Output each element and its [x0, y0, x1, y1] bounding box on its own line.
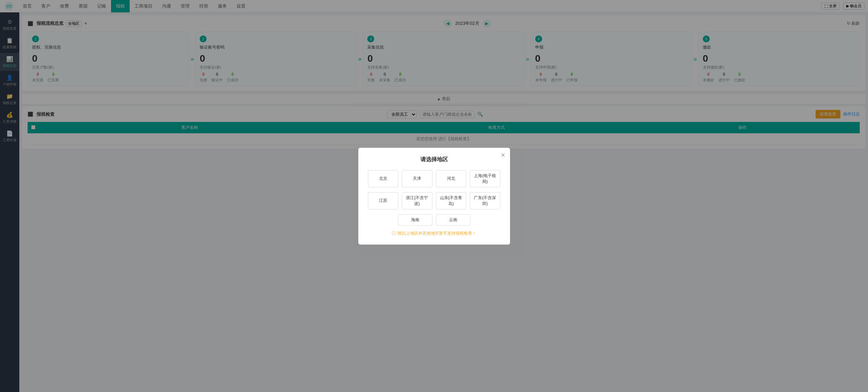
- region-beijing[interactable]: 北京: [368, 170, 399, 187]
- region-guangdong[interactable]: 广东(不含深圳): [470, 192, 500, 209]
- region-hebei[interactable]: 河北: [436, 170, 467, 187]
- region-hainan[interactable]: 海南: [398, 214, 432, 226]
- region-shandong[interactable]: 山东(不含青岛): [436, 192, 467, 209]
- region-grid-row3: 海南 云南: [368, 214, 500, 226]
- warning-icon: ⓘ: [392, 230, 396, 236]
- modal-title: 请选择地区: [368, 156, 500, 163]
- region-yunnan[interactable]: 云南: [436, 214, 470, 226]
- region-grid-row1: 北京 天津 河北 上海(电子税局): [368, 170, 500, 187]
- region-tianjin[interactable]: 天津: [402, 170, 432, 187]
- region-grid-row2: 江苏 浙江(不含宁波) 山东(不含青岛) 广东(不含深圳): [368, 192, 500, 209]
- region-zhejiang[interactable]: 浙江(不含宁波): [402, 192, 432, 209]
- region-jiangsu[interactable]: 江苏: [368, 192, 399, 209]
- modal-warning: ⓘ 除以上地区外其他地区暂不支持报税检查！: [368, 230, 500, 236]
- region-select-modal: ✕ 请选择地区 北京 天津 河北 上海(电子税局) 江苏 浙江(不含宁波) 山东…: [358, 148, 510, 245]
- modal-close-button[interactable]: ✕: [501, 152, 505, 158]
- warning-text: 除以上地区外其他地区暂不支持报税检查！: [398, 230, 476, 236]
- region-shanghai[interactable]: 上海(电子税局): [470, 170, 500, 187]
- modal-overlay[interactable]: ✕ 请选择地区 北京 天津 河北 上海(电子税局) 江苏 浙江(不含宁波) 山东…: [0, 0, 868, 392]
